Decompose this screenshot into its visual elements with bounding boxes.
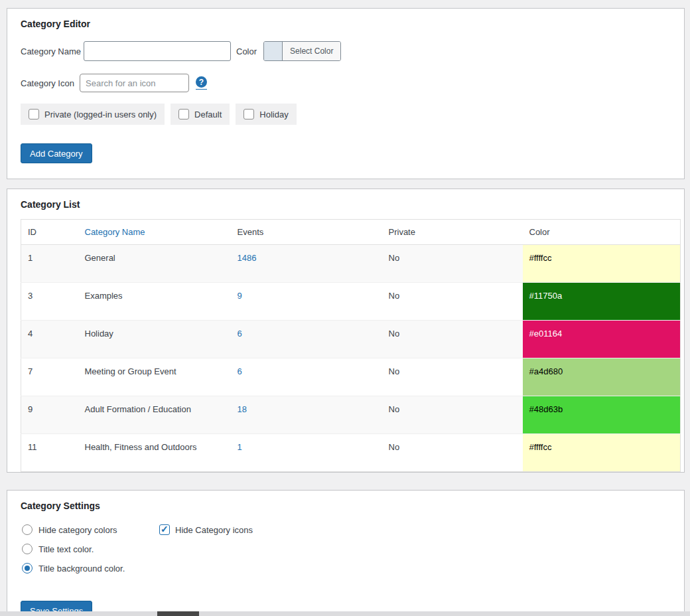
select-color-button[interactable]: Select Color bbox=[263, 41, 341, 61]
cell-name: Adult Formation / Education bbox=[78, 396, 231, 434]
horizontal-scrollbar-thumb[interactable] bbox=[157, 611, 199, 616]
category-list-panel: Category List ID Category Name Events Pr… bbox=[7, 189, 685, 473]
table-row: 7 Meeting or Group Event 6 No #a4d680 bbox=[21, 358, 681, 396]
col-header-private: Private bbox=[382, 220, 523, 245]
cell-name: Meeting or Group Event bbox=[78, 358, 231, 396]
icon-search-input[interactable] bbox=[80, 74, 189, 92]
table-header-row: ID Category Name Events Private Color bbox=[21, 220, 681, 245]
category-list-title: Category List bbox=[7, 189, 684, 210]
events-count-link[interactable]: 6 bbox=[238, 329, 242, 339]
category-editor-title: Category Editor bbox=[7, 9, 684, 29]
cell-events: 9 bbox=[231, 283, 382, 321]
color-label: Color bbox=[236, 46, 257, 56]
cell-events: 1486 bbox=[231, 245, 382, 283]
cell-color: #a4d680 bbox=[523, 358, 681, 396]
cell-name: General bbox=[78, 245, 231, 283]
holiday-checkbox-chip[interactable]: Holiday bbox=[236, 104, 296, 125]
category-settings-panel: Category Settings Hide category colors T… bbox=[7, 490, 685, 612]
col-header-color: Color bbox=[523, 220, 681, 245]
cell-events: 18 bbox=[231, 396, 382, 434]
default-checkbox-chip[interactable]: Default bbox=[171, 104, 230, 125]
cell-id: 1 bbox=[21, 245, 78, 283]
cell-private: No bbox=[382, 358, 523, 396]
cell-events: 1 bbox=[231, 434, 382, 472]
events-count-link[interactable]: 1486 bbox=[238, 253, 257, 263]
cell-private: No bbox=[382, 283, 523, 321]
cell-id: 7 bbox=[21, 358, 78, 396]
radio-icon bbox=[22, 544, 33, 554]
col-header-events: Events bbox=[231, 220, 382, 245]
table-row: 3 Examples 9 No #11750a bbox=[21, 283, 681, 321]
col-header-id: ID bbox=[21, 220, 78, 245]
category-table: ID Category Name Events Private Color 1 … bbox=[21, 219, 681, 472]
select-color-label: Select Color bbox=[282, 42, 340, 60]
radio-icon bbox=[22, 524, 33, 535]
category-name-row: Category Name Color Select Color bbox=[21, 41, 671, 61]
cell-name: Health, Fitness and Outdoors bbox=[78, 434, 231, 472]
hide-category-icons-checkbox-row[interactable]: Hide Category icons bbox=[159, 524, 253, 535]
cell-private: No bbox=[382, 396, 523, 434]
holiday-checkbox bbox=[243, 109, 254, 119]
table-row: 9 Adult Formation / Education 18 No #48d… bbox=[21, 396, 681, 434]
cell-id: 9 bbox=[21, 396, 78, 434]
private-checkbox-chip[interactable]: Private (logged-in users only) bbox=[21, 104, 165, 125]
cell-name: Examples bbox=[78, 283, 231, 321]
sort-by-name-link[interactable]: Category Name bbox=[85, 227, 145, 237]
category-icon-label: Category Icon bbox=[21, 78, 80, 88]
question-mark-icon: ? bbox=[196, 76, 207, 88]
radio-title-text-color[interactable]: Title text color. bbox=[22, 544, 684, 554]
radio-hide-category-colors[interactable]: Hide category colors bbox=[22, 524, 684, 535]
events-count-link[interactable]: 9 bbox=[238, 291, 242, 301]
private-checkbox-label: Private (logged-in users only) bbox=[44, 110, 157, 119]
col-header-name: Category Name bbox=[78, 220, 231, 245]
radio-label: Title background color. bbox=[38, 564, 125, 574]
table-row: 1 General 1486 No #ffffcc bbox=[21, 245, 681, 283]
icon-help-link[interactable]: ? bbox=[196, 76, 207, 90]
cell-private: No bbox=[382, 321, 523, 358]
cell-private: No bbox=[382, 434, 523, 472]
cell-events: 6 bbox=[231, 358, 382, 396]
hide-icons-checkbox bbox=[159, 524, 170, 535]
hide-icons-label: Hide Category icons bbox=[175, 525, 253, 535]
private-checkbox bbox=[29, 109, 39, 119]
cell-color: #48d63b bbox=[523, 396, 681, 434]
events-count-link[interactable]: 1 bbox=[238, 442, 242, 452]
cell-events: 6 bbox=[231, 321, 382, 358]
default-checkbox bbox=[178, 109, 189, 119]
cell-color: #ffffcc bbox=[523, 245, 681, 283]
events-count-link[interactable]: 18 bbox=[238, 404, 247, 414]
cell-private: No bbox=[382, 245, 523, 283]
horizontal-scrollbar[interactable] bbox=[0, 611, 690, 616]
category-settings-title: Category Settings bbox=[7, 491, 684, 511]
radio-icon-selected bbox=[22, 563, 33, 574]
cell-color: #11750a bbox=[523, 283, 681, 321]
events-count-link[interactable]: 6 bbox=[238, 366, 242, 376]
table-row: 11 Health, Fitness and Outdoors 1 No #ff… bbox=[21, 434, 681, 472]
radio-label: Hide category colors bbox=[38, 525, 117, 535]
category-options-row: Private (logged-in users only) Default H… bbox=[21, 104, 671, 125]
default-checkbox-label: Default bbox=[194, 110, 222, 119]
radio-title-background-color[interactable]: Title background color. bbox=[22, 563, 684, 574]
cell-name: Holiday bbox=[78, 321, 231, 358]
holiday-checkbox-label: Holiday bbox=[259, 110, 288, 119]
cell-id: 11 bbox=[21, 434, 78, 472]
category-name-label: Category Name bbox=[21, 46, 84, 56]
settings-options: Hide category colors Title text color. T… bbox=[22, 524, 684, 574]
cell-color: #e01164 bbox=[523, 321, 681, 358]
table-row: 4 Holiday 6 No #e01164 bbox=[21, 321, 681, 358]
radio-label: Title text color. bbox=[38, 544, 94, 554]
cell-id: 3 bbox=[21, 283, 78, 321]
color-swatch bbox=[264, 42, 282, 60]
category-name-input[interactable] bbox=[84, 41, 231, 61]
add-category-button[interactable]: Add Category bbox=[21, 143, 92, 163]
cell-id: 4 bbox=[21, 321, 78, 358]
category-editor-panel: Category Editor Category Name Color Sele… bbox=[7, 8, 685, 179]
cell-color: #ffffcc bbox=[523, 434, 681, 472]
category-icon-row: Category Icon ? bbox=[21, 74, 671, 92]
